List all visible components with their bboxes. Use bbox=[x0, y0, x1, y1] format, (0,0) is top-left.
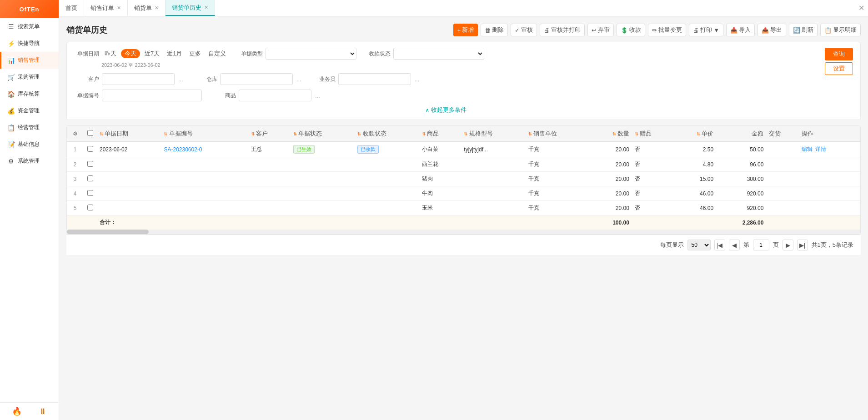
date-quick-1month[interactable]: 近1月 bbox=[164, 49, 185, 58]
date-quick-7days[interactable]: 近7天 bbox=[142, 49, 162, 58]
date-quick-today[interactable]: 今天 bbox=[121, 49, 140, 58]
sidebar-item-purchase-mgmt[interactable]: 🛒 采购管理 bbox=[0, 69, 59, 85]
date-quick-yesterday[interactable]: 昨天 bbox=[102, 49, 119, 58]
tab-sales-order[interactable]: 销售订单 ✕ bbox=[84, 0, 128, 16]
col-gear[interactable]: ⚙ bbox=[67, 126, 83, 142]
cell-qty: 20.00 bbox=[590, 172, 632, 186]
ordernum-input[interactable] bbox=[102, 90, 202, 101]
tab-sales-goods-close[interactable]: ✕ bbox=[155, 5, 159, 11]
goods-dots[interactable]: ... bbox=[315, 92, 320, 99]
purchase-mgmt-icon: 🛒 bbox=[7, 74, 15, 81]
collect-icon: 💲 bbox=[621, 27, 628, 34]
date-quick-custom[interactable]: 自定义 bbox=[206, 49, 229, 58]
print-button[interactable]: 🖨 打印 ▼ bbox=[689, 24, 723, 36]
sort-price-icon[interactable]: ⇅ bbox=[697, 131, 700, 136]
sort-goods-icon[interactable]: ⇅ bbox=[422, 131, 426, 136]
date-quick-more[interactable]: 更多 bbox=[186, 49, 204, 58]
table-body: 1 2023-06-02 SA-20230602-0 王总 已生效 已收款 小白… bbox=[67, 142, 860, 215]
sort-customer-icon[interactable]: ⇅ bbox=[251, 131, 255, 136]
sidebar-item-search-menu[interactable]: ☰ 搜索菜单 bbox=[0, 18, 59, 35]
row-checkbox[interactable] bbox=[87, 146, 93, 152]
cell-date bbox=[97, 201, 161, 215]
sort-qty-icon[interactable]: ⇅ bbox=[612, 131, 616, 136]
staff-dots[interactable]: ... bbox=[415, 76, 420, 83]
table: ⚙ ⇅ 单据日期 ⇅ 单据编号 ⇅ 客户 ⇅ 单据状态 ⇅ 收款状态 ⇅ 商品 … bbox=[67, 126, 860, 230]
tab-sales-history[interactable]: 销货单历史 ✕ bbox=[166, 0, 215, 16]
collapse-button[interactable]: ∧ 收起更多条件 bbox=[425, 106, 467, 114]
cell-unit: 千克 bbox=[526, 142, 590, 157]
sort-orderstatus-icon[interactable]: ⇅ bbox=[293, 131, 297, 136]
horizontal-scrollbar[interactable] bbox=[67, 230, 860, 234]
abandon-button[interactable]: ↩ 弃审 bbox=[587, 24, 614, 36]
audit-button[interactable]: ✓ 审核 bbox=[511, 24, 537, 36]
row-checkbox[interactable] bbox=[87, 161, 93, 167]
row-checkbox-cell[interactable] bbox=[83, 142, 97, 157]
action-详情[interactable]: 详情 bbox=[815, 146, 826, 152]
sidebar-item-stock-calc[interactable]: 🏠 库存核算 bbox=[0, 85, 59, 102]
prev-page-btn[interactable]: ◀ bbox=[729, 240, 740, 250]
export-button[interactable]: 📤 导出 bbox=[758, 24, 786, 36]
sidebar-item-sales-mgmt[interactable]: 📊 销售管理 bbox=[0, 52, 59, 69]
cell-unit: 千克 bbox=[526, 201, 590, 215]
row-checkbox-cell[interactable] bbox=[83, 157, 97, 172]
sort-orderno-icon[interactable]: ⇅ bbox=[164, 131, 167, 136]
sort-paymentstatus-icon[interactable]: ⇅ bbox=[357, 131, 361, 136]
row-checkbox-cell[interactable] bbox=[83, 186, 97, 201]
cell-spec bbox=[461, 172, 525, 186]
sidebar-bottom-btn1[interactable]: 🔥 bbox=[12, 406, 22, 416]
row-checkbox-cell[interactable] bbox=[83, 172, 97, 186]
cell-order-status bbox=[291, 201, 355, 215]
import-button[interactable]: 📥 导入 bbox=[726, 24, 755, 36]
cell-unit: 千克 bbox=[526, 186, 590, 201]
set-button[interactable]: 设置 bbox=[825, 62, 853, 75]
row-checkbox-cell[interactable] bbox=[83, 201, 97, 215]
audit-print-button[interactable]: 🖨 审核并打印 bbox=[540, 24, 585, 36]
current-page-input[interactable] bbox=[753, 240, 769, 250]
sort-spec-icon[interactable]: ⇅ bbox=[464, 131, 467, 136]
warehouse-input[interactable] bbox=[220, 73, 293, 85]
sidebar-item-fund-mgmt[interactable]: 💰 资金管理 bbox=[0, 102, 59, 119]
show-detail-button[interactable]: 📋 显示明细 bbox=[820, 24, 861, 36]
table-row: 4 牛肉 千克 20.00 否 46.00 920.00 bbox=[67, 186, 860, 201]
sort-unit-icon[interactable]: ⇅ bbox=[528, 131, 532, 136]
tab-sales-order-close[interactable]: ✕ bbox=[117, 5, 121, 11]
sidebar-item-biz-mgmt[interactable]: 📋 经营管理 bbox=[0, 119, 59, 136]
cell-date bbox=[97, 172, 161, 186]
row-checkbox[interactable] bbox=[87, 175, 93, 181]
tab-bar-close-all[interactable]: ✕ bbox=[858, 4, 868, 12]
tab-home[interactable]: 首页 bbox=[59, 0, 84, 16]
query-button[interactable]: 查询 bbox=[825, 48, 853, 60]
tab-sales-history-close[interactable]: ✕ bbox=[204, 5, 208, 10]
sidebar-bottom-btn2[interactable]: ⏸ bbox=[39, 407, 47, 416]
collect-button[interactable]: 💲 收款 bbox=[617, 24, 645, 36]
refresh-button[interactable]: 🔄 刷新 bbox=[789, 24, 818, 36]
type-select[interactable] bbox=[266, 48, 356, 60]
row-checkbox[interactable] bbox=[87, 190, 93, 196]
staff-input[interactable] bbox=[338, 73, 411, 85]
page-title: 销货单历史 bbox=[66, 25, 107, 35]
select-all-checkbox[interactable] bbox=[87, 130, 93, 136]
next-page-btn[interactable]: ▶ bbox=[783, 240, 793, 250]
row-checkbox[interactable] bbox=[87, 205, 93, 210]
sidebar-item-sys-mgmt[interactable]: ⚙ 系统管理 bbox=[0, 153, 59, 170]
last-page-btn[interactable]: ▶| bbox=[797, 240, 808, 250]
per-page-select[interactable]: 50 100 200 bbox=[687, 240, 711, 250]
sidebar-item-base-info[interactable]: 📝 基础信息 bbox=[0, 136, 59, 153]
col-checkbox[interactable] bbox=[83, 126, 97, 142]
batch-change-button[interactable]: ✏ 批量变更 bbox=[648, 24, 686, 36]
customer-dots[interactable]: ... bbox=[178, 76, 183, 83]
customer-input[interactable] bbox=[102, 73, 175, 85]
sidebar-item-quick-nav[interactable]: ⚡ 快捷导航 bbox=[0, 35, 59, 52]
action-编辑[interactable]: 编辑 bbox=[802, 146, 813, 152]
sort-date-icon[interactable]: ⇅ bbox=[100, 131, 103, 136]
first-page-btn[interactable]: |◀ bbox=[714, 240, 725, 250]
order-no-link[interactable]: SA-20230602-0 bbox=[164, 146, 202, 153]
payment-select[interactable] bbox=[393, 48, 484, 60]
sort-gift-icon[interactable]: ⇅ bbox=[635, 131, 638, 136]
tab-sales-goods[interactable]: 销货单 ✕ bbox=[128, 0, 166, 16]
delete-button[interactable]: 🗑 删除 bbox=[481, 24, 508, 36]
new-button[interactable]: + 新增 bbox=[453, 24, 478, 36]
goods-input[interactable] bbox=[239, 90, 311, 101]
scrollbar-thumb[interactable] bbox=[67, 230, 149, 234]
warehouse-dots[interactable]: ... bbox=[296, 76, 301, 83]
